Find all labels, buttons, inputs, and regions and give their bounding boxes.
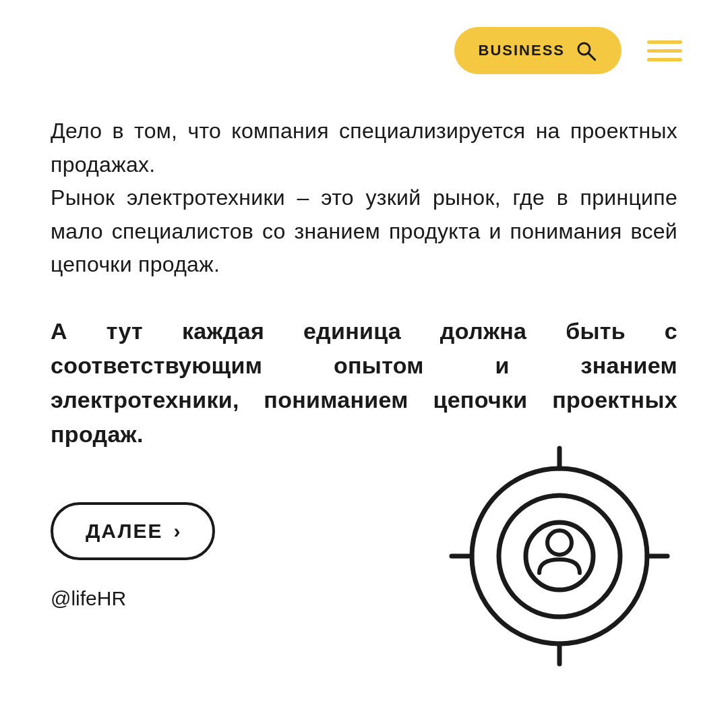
hamburger-menu[interactable] — [642, 35, 688, 67]
dalec-button[interactable]: ДАЛЕЕ › — [51, 502, 215, 560]
left-bottom: ДАЛЕЕ › @lifeHR — [51, 502, 215, 610]
hamburger-line-2 — [647, 49, 682, 53]
bottom-section: ДАЛЕЕ › @lifeHR — [0, 438, 728, 674]
svg-point-9 — [547, 530, 572, 555]
hamburger-line-3 — [647, 58, 682, 61]
chevron-right-icon: › — [173, 520, 180, 543]
header: BUSINESS — [0, 0, 728, 88]
target-icon-container — [442, 438, 677, 674]
search-pill[interactable]: BUSINESS — [454, 27, 621, 74]
dalec-label: ДАЛЕЕ — [86, 520, 162, 543]
handle-text: @lifeHR — [51, 587, 215, 610]
bold-paragraph: А тут каждая единица должна быть с соотв… — [51, 314, 677, 452]
main-content: Дело в том, что компания специализируетс… — [0, 88, 728, 452]
page-container: BUSINESS Дело в том, что компания специа… — [0, 0, 728, 728]
svg-line-1 — [588, 53, 595, 59]
search-label: BUSINESS — [479, 42, 565, 59]
hamburger-line-1 — [647, 40, 682, 44]
target-icon — [445, 442, 674, 671]
search-icon — [574, 39, 597, 62]
body-paragraph: Дело в том, что компания специализируетс… — [51, 115, 677, 282]
